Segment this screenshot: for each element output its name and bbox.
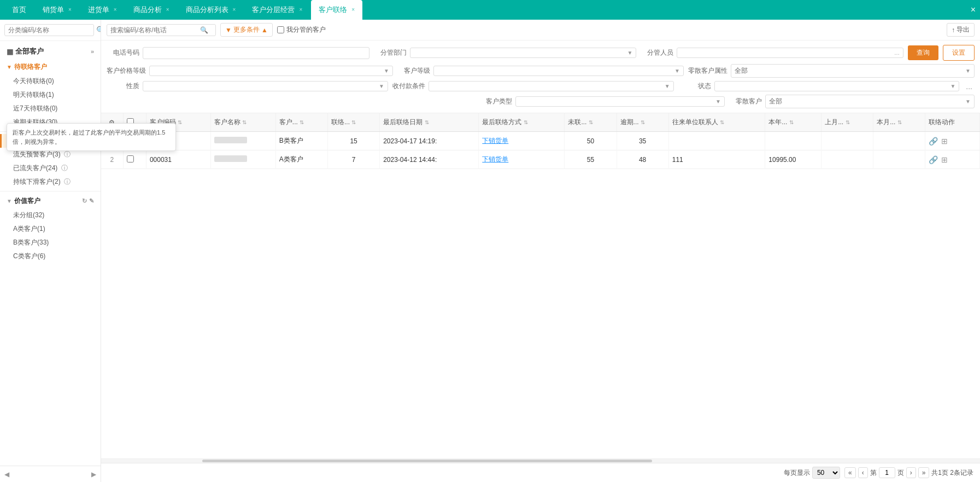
window-close-button[interactable]: ×	[971, 5, 976, 15]
filter-field-customer-level: 客户等级 ▼	[397, 66, 684, 76]
sidebar-search-icon[interactable]: 🔍	[96, 26, 101, 34]
tab-sales-order-close[interactable]: ×	[68, 0, 72, 20]
current-page-input[interactable]	[879, 467, 895, 478]
sort-year-icon[interactable]: ⇅	[789, 119, 794, 125]
more-filters-dots[interactable]: ...	[964, 82, 975, 91]
retail-attr-select[interactable]: 全部 ▼	[731, 64, 975, 78]
sort-name-icon[interactable]: ⇅	[242, 119, 247, 125]
first-page-button[interactable]: «	[844, 467, 856, 478]
prev-page-button[interactable]: ‹	[858, 467, 868, 478]
row1-link-icon[interactable]: 🔗	[929, 137, 938, 146]
tree-section-header-pending[interactable]: ▼ 待联络客户	[0, 60, 101, 74]
filter-field-status: 状态 ▼	[678, 81, 960, 91]
export-button[interactable]: ↑ 导出	[947, 23, 975, 37]
sidebar-item-ungrouped[interactable]: 未分组(32)	[0, 208, 101, 222]
sort-type-icon[interactable]: ⇅	[300, 119, 304, 125]
row1-method-link[interactable]: 下销货单	[482, 137, 508, 144]
sidebar-item-tomorrow[interactable]: 明天待联络(1)	[0, 88, 101, 102]
last-page-button[interactable]: »	[918, 467, 930, 478]
query-button[interactable]: 查询	[908, 45, 938, 60]
filter-search-input[interactable]	[110, 26, 198, 34]
person-select[interactable]: …	[677, 48, 903, 58]
tab-customer-segment-close[interactable]: ×	[299, 0, 302, 20]
row2-method[interactable]: 下销货单	[479, 150, 565, 169]
table-row: 1 000039 B类客户 15 2023-04-17 14:19: 下销货单 …	[101, 132, 980, 150]
sidebar-item-churned[interactable]: 已流失客户(24) ⓘ	[0, 161, 101, 175]
my-customers-label: 我分管的客户	[286, 25, 326, 34]
dept-select[interactable]: ▼	[410, 48, 637, 58]
tab-purchase-order[interactable]: 进货单 ×	[80, 0, 125, 20]
grid-icon: ▦	[7, 48, 13, 56]
tab-customer-contact[interactable]: 客户联络 ×	[311, 0, 362, 20]
sort-last-month-icon[interactable]: ⇅	[846, 119, 850, 125]
sort-date-icon[interactable]: ⇅	[425, 119, 429, 125]
filter-more-conditions[interactable]: ▼ 更多条件 ▲	[220, 23, 273, 37]
row1-name	[210, 132, 275, 150]
row1-grid-icon[interactable]: ⊞	[941, 137, 948, 146]
row2-link-icon[interactable]: 🔗	[929, 155, 938, 164]
sort-current-month-icon[interactable]: ⇅	[897, 119, 902, 125]
my-customers-check[interactable]	[277, 26, 284, 33]
refresh-icon[interactable]: ↻	[82, 198, 87, 205]
payment-select[interactable]: ▼	[429, 81, 674, 91]
sidebar-item-today[interactable]: 今天待联络(0)	[0, 74, 101, 88]
horizontal-scrollbar[interactable]	[101, 458, 980, 463]
status-label: 状态	[678, 82, 711, 91]
sort-method-icon[interactable]: ⇅	[524, 119, 528, 125]
tab-home[interactable]: 首页	[4, 0, 34, 20]
scrollbar-thumb[interactable]	[202, 460, 652, 462]
price-chevron-icon: ▼	[384, 68, 389, 74]
sort-overdue-icon[interactable]: ⇅	[641, 119, 645, 125]
phone-input[interactable]	[143, 47, 369, 59]
tab-customer-segment[interactable]: 客户分层经营 ×	[244, 0, 310, 20]
per-page-select[interactable]: 102050100	[812, 467, 840, 479]
edit-icon[interactable]: ✎	[89, 198, 94, 205]
sort-code-icon[interactable]: ⇅	[178, 119, 182, 125]
tree-divider2	[0, 191, 101, 191]
tab-product-analysis-list[interactable]: 商品分析列表 ×	[178, 0, 244, 20]
sort-contact-icon[interactable]: ⇅	[351, 119, 356, 125]
col-contact-count: 联络... ⇅	[328, 113, 380, 132]
sidebar-left-arrow[interactable]: ◀	[4, 471, 9, 478]
customer-type-label: 客户类型	[479, 97, 512, 106]
setting-button[interactable]: 设置	[943, 45, 975, 61]
status-select[interactable]: ▼	[714, 81, 960, 91]
sidebar-search-input[interactable]	[4, 24, 94, 36]
row2-grid-icon[interactable]: ⊞	[941, 155, 948, 164]
price-level-select[interactable]: ▼	[149, 66, 393, 76]
tab-purchase-order-close[interactable]: ×	[114, 0, 117, 20]
sort-uncontacted-icon[interactable]: ⇅	[589, 119, 593, 125]
sidebar-item-class-b[interactable]: B类客户(33)	[0, 236, 101, 249]
customer-type-select[interactable]: ▼	[515, 96, 725, 107]
row2-checkbox[interactable]	[123, 150, 146, 169]
my-customers-checkbox[interactable]: 我分管的客户	[277, 25, 326, 34]
sidebar-item-class-c[interactable]: C类客户(6)	[0, 249, 101, 263]
customer-table: ⚙ 客户编码 ⇅ 客户名称 ⇅ 客户... ⇅	[101, 113, 980, 169]
tab-product-analysis[interactable]: 商品分析 ×	[126, 0, 177, 20]
row1-method[interactable]: 下销货单	[479, 132, 565, 150]
tree-root-all-customers[interactable]: ▦ 全部客户 »	[0, 43, 101, 60]
tab-product-analysis-close[interactable]: ×	[166, 0, 169, 20]
retail-customer-select[interactable]: 全部 ▼	[765, 95, 975, 108]
gender-select[interactable]: ▼	[143, 81, 388, 91]
collapse-icon[interactable]: »	[91, 48, 94, 55]
sidebar-right-arrow[interactable]: ▶	[91, 471, 96, 478]
sidebar-item-class-a[interactable]: A类客户(1)	[0, 222, 101, 236]
filter-row-1: 电话号码 分管部门 ▼ 分管人员 … 查询	[107, 45, 975, 61]
next-page-button[interactable]: ›	[906, 467, 916, 478]
col-current-year: 本年... ⇅	[765, 113, 821, 132]
sort-person-icon[interactable]: ⇅	[720, 119, 724, 125]
sidebar-item-declining[interactable]: 持续下滑客户(2) ⓘ	[0, 175, 101, 189]
row2-method-link[interactable]: 下销货单	[482, 155, 508, 163]
info-icon2: ⓘ	[64, 150, 71, 158]
retail-customer-chevron: ▼	[965, 98, 971, 104]
section2-edit-icons: ↻ ✎	[82, 198, 94, 205]
tab-customer-contact-close[interactable]: ×	[351, 0, 355, 20]
tab-sales-order[interactable]: 销货单 ×	[35, 0, 79, 20]
left-sidebar: 🔍 ▦ 全部客户 » ▼ 待联络客户 今天待联络(0) 明天待联络(1)	[0, 20, 101, 482]
tab-product-analysis-list-close[interactable]: ×	[233, 0, 236, 20]
customer-level-select[interactable]: ▼	[433, 66, 684, 76]
sidebar-item-7days[interactable]: 近7天待联络(0)	[0, 102, 101, 115]
filter-search-icon[interactable]: 🔍	[200, 26, 208, 34]
tree-section2-header[interactable]: ▼ 价值客户 ↻ ✎	[0, 194, 101, 208]
